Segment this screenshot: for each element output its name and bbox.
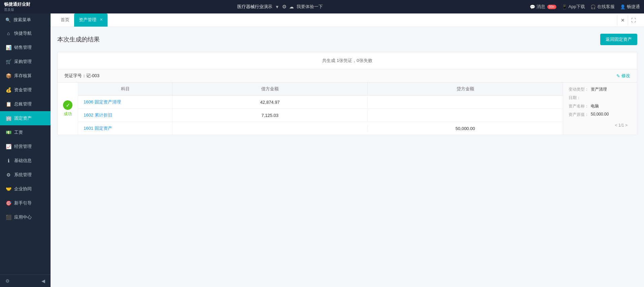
sidebar-label-basic-info: 基础信息 [14, 158, 32, 164]
subject-1606[interactable]: 1606 固定资产清理 [78, 96, 173, 108]
header-right: 💬 消息 99+ 📱 App下载 🎧 在线客服 👤 畅捷通 [530, 4, 640, 10]
collapse-icon[interactable]: ◀ [41, 278, 45, 284]
info-row-asset-value: 资产原值： 50,000.00 [569, 112, 632, 118]
settings-icon[interactable]: ⚙ [282, 4, 286, 10]
cloud-icon: ☁ [289, 4, 294, 9]
page-title: 本次生成的结果 [57, 35, 100, 43]
edit-label: 修改 [621, 73, 630, 79]
table-header: 科目 借方金额 贷方金额 [78, 83, 563, 96]
purchase-icon: 🛒 [5, 59, 11, 64]
message-icon: 💬 [530, 4, 535, 9]
sidebar-search[interactable]: 🔍 搜索菜单 [0, 13, 51, 26]
edit-button[interactable]: ✎ 修改 [616, 73, 630, 79]
system-icon: ⚙ [5, 172, 11, 178]
info-panel: 变动类型： 资产清理 日期： 资产名称： 电脑 [563, 83, 637, 135]
search-icon: 🔍 [5, 18, 11, 23]
message-label: 消息 [536, 4, 545, 10]
user-icon: 👤 [620, 4, 625, 9]
th-subject: 科目 [78, 83, 173, 95]
dropdown-icon[interactable]: ▼ [275, 4, 279, 9]
voucher-section: 凭证字号：记-003 ✎ 修改 ✓ 成功 [58, 69, 637, 135]
enterprise-icon: 🤝 [5, 186, 11, 192]
sidebar-item-payroll[interactable]: 💵 工资 [0, 125, 51, 139]
credit-1606 [368, 99, 563, 105]
sidebar-label-sales: 销售管理 [14, 44, 32, 51]
sales-icon: 📊 [5, 45, 11, 50]
service-icon: 🎧 [590, 4, 596, 9]
info-row-change-type: 变动类型： 资产清理 [569, 87, 632, 92]
status-cell: ✓ 成功 [58, 83, 78, 135]
sidebar-label-operations: 经营管理 [14, 144, 32, 150]
tab-asset-mgmt-close[interactable]: ✕ [100, 18, 103, 22]
app-download-icon: 📱 [562, 4, 567, 9]
ledger-icon: 📋 [5, 101, 11, 107]
app-center-icon: ⬛ [5, 215, 11, 220]
expand-panel-button[interactable]: ⛶ [628, 15, 639, 26]
sidebar-label-system: 系统管理 [14, 172, 32, 178]
voucher-table: 科目 借方金额 贷方金额 1606 固定资产清理 42,874.97 [78, 83, 563, 135]
subject-1601[interactable]: 1601 固定资产 [78, 122, 173, 135]
payroll-icon: 💵 [5, 130, 11, 135]
voucher-body: ✓ 成功 科目 借方金额 贷方金额 [58, 83, 637, 135]
tab-asset-mgmt[interactable]: 资产管理 ✕ [74, 13, 108, 27]
asset-value-label: 资产原值： [569, 112, 589, 118]
sidebar-label-fixed-assets: 固定资产 [14, 115, 32, 121]
table-row: 1606 固定资产清理 42,874.97 [78, 96, 563, 109]
logo-sub: 普及版 [4, 7, 14, 12]
pagination[interactable]: < 1/1 > [569, 120, 632, 130]
return-button[interactable]: 返回固定资产 [600, 34, 637, 45]
funds-icon: 💰 [5, 87, 11, 93]
sidebar-item-general-ledger[interactable]: 📋 总账管理 [0, 97, 51, 111]
message-action[interactable]: 💬 消息 99+ [530, 4, 556, 10]
experience-label[interactable]: 我要体验一下 [297, 4, 323, 10]
result-panel: 共生成 1张凭证，0张失败 凭证字号：记-003 ✎ 修改 [57, 52, 637, 135]
th-credit: 贷方金额 [368, 83, 563, 95]
tab-actions: ✕ ⛶ [617, 15, 639, 26]
change-type-label: 变动类型： [569, 87, 589, 92]
settings-bottom-icon[interactable]: ⚙ [5, 278, 10, 284]
result-summary: 共生成 1张凭证，0张失败 [58, 52, 637, 69]
th-debit: 借方金额 [173, 83, 368, 95]
online-service-label: 在线客服 [597, 4, 615, 10]
debit-1606: 42,874.97 [173, 96, 368, 108]
asset-name-value: 电脑 [591, 103, 599, 109]
subject-1602[interactable]: 1602 累计折旧 [78, 109, 173, 122]
asset-name-label: 资产名称： [569, 103, 589, 109]
sidebar-label-funds: 资金管理 [14, 87, 32, 93]
app-download-action[interactable]: 📱 App下载 [562, 4, 585, 10]
sidebar-label-enterprise: 企业协同 [14, 186, 32, 192]
sidebar-item-guide[interactable]: 🎯 新手引导 [0, 196, 51, 210]
logo-area: 畅捷通好业财 普及版 [4, 1, 30, 12]
sidebar-item-operations[interactable]: 📈 经营管理 [0, 139, 51, 154]
operations-icon: 📈 [5, 144, 11, 149]
asset-value-value: 50,000.00 [591, 112, 609, 117]
voucher-number: 凭证字号：记-003 [64, 73, 99, 79]
sidebar-item-app-center[interactable]: ⬛ 应用中心 [0, 210, 51, 224]
sidebar-item-funds[interactable]: 💰 资金管理 [0, 83, 51, 97]
sidebar-item-quick-nav[interactable]: ⌂ 快捷导航 [0, 26, 51, 40]
tab-home[interactable]: 首页 [56, 13, 74, 27]
sidebar-item-inventory[interactable]: 📦 库存核算 [0, 69, 51, 83]
sidebar-label-quick-nav: 快捷导航 [14, 30, 32, 36]
page-title-bar: 本次生成的结果 返回固定资产 [57, 34, 637, 45]
sidebar-item-enterprise[interactable]: 🤝 企业协同 [0, 182, 51, 196]
content-wrapper: 首页 资产管理 ✕ ✕ ⛶ 本次生成的结果 返回固定资产 共生成 1张凭证，0张… [51, 13, 644, 287]
sidebar-label-inventory: 库存核算 [14, 73, 32, 79]
search-label: 搜索菜单 [13, 17, 31, 23]
online-service-action[interactable]: 🎧 在线客服 [590, 4, 615, 10]
sidebar-item-sales[interactable]: 📊 销售管理 [0, 40, 51, 55]
sidebar-label-purchase: 采购管理 [14, 59, 32, 65]
tab-home-label: 首页 [61, 17, 69, 23]
edit-icon: ✎ [616, 73, 620, 78]
close-panel-button[interactable]: ✕ [617, 15, 628, 26]
sidebar-item-basic-info[interactable]: ℹ 基础信息 [0, 154, 51, 168]
user-action[interactable]: 👤 畅捷通 [620, 4, 640, 10]
sidebar-item-system[interactable]: ⚙ 系统管理 [0, 168, 51, 182]
user-label: 畅捷通 [627, 4, 640, 10]
info-row-asset-name: 资产名称： 电脑 [569, 103, 632, 109]
basic-info-icon: ℹ [5, 158, 11, 163]
table-row: 1602 累计折旧 7,125.03 [78, 109, 563, 122]
sidebar-item-purchase[interactable]: 🛒 采购管理 [0, 55, 51, 69]
sidebar-item-fixed-assets[interactable]: 🏢 固定资产 [0, 111, 51, 125]
main-layout: 🔍 搜索菜单 ⌂ 快捷导航 📊 销售管理 🛒 采购管理 📦 库存核算 💰 资金管… [0, 13, 644, 287]
